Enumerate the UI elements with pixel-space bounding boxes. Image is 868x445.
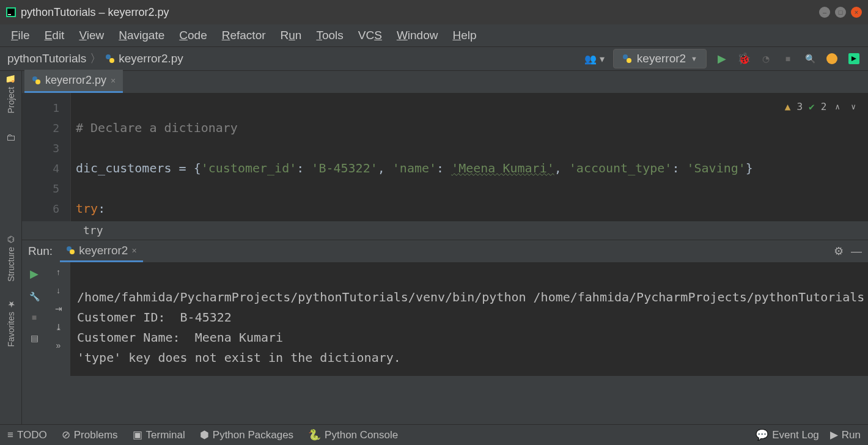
left-tool-strip: Project 📁 🗀 Structure ⌬ Favorites ★	[0, 71, 22, 424]
svg-point-9	[35, 79, 40, 84]
stop-icon[interactable]: ■	[32, 312, 37, 322]
menu-vcs[interactable]: VCS	[352, 26, 388, 45]
close-button[interactable]: ×	[851, 7, 862, 18]
users-icon[interactable]: 👥 ▾	[584, 53, 604, 65]
play-icon: ▶	[830, 428, 838, 441]
console-output[interactable]: /home/fahmida/PycharmProjects/pythonTuto…	[71, 262, 868, 376]
run-tab-keyerror2[interactable]: keyerror2 ×	[60, 241, 142, 262]
line-number: 3	[22, 138, 59, 158]
svg-point-3	[106, 54, 111, 59]
menu-window[interactable]: Window	[391, 26, 444, 45]
editor-tab-keyerror2[interactable]: keyerror2.py ×	[24, 70, 123, 93]
wrench-icon[interactable]: 🔧	[29, 292, 40, 301]
menubar: File Edit View Navigate Code Refactor Ru…	[0, 24, 868, 46]
tab-close-button[interactable]: ×	[111, 76, 116, 86]
menu-code[interactable]: Code	[173, 26, 213, 45]
code-text: dic_customers = {	[76, 161, 201, 175]
menu-file[interactable]: File	[5, 26, 36, 45]
debug-button[interactable]: 🐞	[737, 52, 751, 65]
folder-collapsed-icon[interactable]: 🗀	[6, 132, 16, 143]
menu-navigate[interactable]: Navigate	[112, 26, 171, 45]
menu-refactor[interactable]: Refactor	[216, 26, 272, 45]
breadcrumb-file[interactable]: keyerror2.py	[119, 52, 183, 65]
soft-wrap-icon[interactable]: ⇥	[55, 304, 62, 314]
minimize-button[interactable]: –	[819, 7, 830, 18]
code-pane[interactable]: # Declare a dictionary dic_customers = {…	[71, 93, 868, 221]
run-tool-button[interactable]: ▶Run	[830, 428, 861, 441]
favorites-tool-button[interactable]: Favorites ★	[6, 300, 16, 347]
run-left-toolbar: ▶ 🔧 ■ ▤	[22, 262, 46, 376]
editor-area: keyerror2.py × 1 2 3 4 5 6 # Declare a d…	[22, 71, 868, 424]
prev-highlight-button[interactable]: ∧	[833, 97, 842, 117]
code-string: 'Meena Kumari'	[451, 161, 554, 175]
code-keyword: try	[76, 201, 98, 216]
check-count: 2	[821, 97, 827, 117]
structure-tool-button[interactable]: Structure ⌬	[6, 235, 16, 282]
folder-icon: 📁	[6, 75, 16, 84]
problems-tool-button[interactable]: ⊘Problems	[62, 428, 118, 441]
code-text: ,	[554, 161, 569, 175]
code-text: ,	[378, 161, 392, 175]
inspection-badge[interactable]: ▲3 ✔2 ∧ ∨	[785, 97, 858, 117]
run-configuration-dropdown[interactable]: keyerror2 ▼	[613, 49, 707, 68]
problems-icon: ⊘	[62, 428, 70, 441]
python-console-tool-button[interactable]: 🐍Python Console	[308, 428, 398, 441]
chevron-down-icon: ▼	[691, 55, 697, 62]
rerun-button[interactable]: ▶	[30, 267, 39, 281]
search-icon[interactable]: 🔍	[803, 52, 817, 65]
line-number: 2	[22, 118, 59, 138]
project-tool-button[interactable]: Project 📁	[6, 75, 16, 114]
svg-point-5	[623, 54, 628, 59]
structure-icon: ⌬	[7, 235, 15, 245]
down-icon[interactable]: ↓	[56, 285, 61, 295]
chevron-right-icon: 〉	[90, 51, 101, 67]
line-number-gutter: 1 2 3 4 5 6	[22, 93, 71, 221]
window-title: pythonTutorials – keyerror2.py	[21, 6, 169, 19]
main-layout: Project 📁 🗀 Structure ⌬ Favorites ★ keye…	[0, 71, 868, 424]
menu-run[interactable]: Run	[274, 26, 308, 45]
update-icon[interactable]	[825, 52, 839, 65]
breadcrumb-context: try	[22, 221, 868, 240]
terminal-icon: ▣	[133, 428, 142, 441]
menu-tools[interactable]: Tools	[310, 26, 349, 45]
run-button[interactable]: ▶	[715, 52, 729, 65]
gear-icon[interactable]: ⚙	[834, 245, 844, 258]
hide-button[interactable]: —	[851, 245, 862, 258]
todo-tool-button[interactable]: ≡TODO	[7, 429, 47, 441]
packages-icon: ⬢	[200, 428, 209, 441]
line-number: 5	[22, 178, 59, 199]
code-string: 'name'	[392, 161, 436, 175]
menu-view[interactable]: View	[73, 26, 110, 45]
scroll-icon[interactable]: ⤓	[55, 322, 62, 332]
breadcrumb-root[interactable]: pythonTutorials	[7, 52, 86, 65]
code-string: 'Saving'	[687, 161, 746, 175]
editor-body[interactable]: 1 2 3 4 5 6 # Declare a dictionary dic_c…	[22, 93, 868, 221]
maximize-button[interactable]: □	[835, 7, 846, 18]
titlebar: pythonTutorials – keyerror2.py – □ ×	[0, 0, 868, 24]
run-body: ▶ 🔧 ■ ▤ ↑ ↓ ⇥ ⤓ » /home/fahmida/PycharmP…	[22, 262, 868, 376]
line-number: 4	[22, 158, 59, 178]
python-packages-tool-button[interactable]: ⬢Python Packages	[200, 428, 293, 441]
stop-button[interactable]: ■	[781, 52, 795, 65]
warning-count: 3	[796, 97, 803, 117]
up-icon[interactable]: ↑	[56, 267, 61, 277]
code-text: :	[296, 161, 311, 175]
svg-point-4	[109, 58, 114, 63]
ide-settings-icon[interactable]	[847, 52, 861, 65]
window-controls: – □ ×	[819, 7, 862, 18]
bottom-toolbar: ≡TODO ⊘Problems ▣Terminal ⬢Python Packag…	[0, 424, 868, 445]
terminal-tool-button[interactable]: ▣Terminal	[133, 428, 185, 441]
run-tab-close[interactable]: ×	[131, 246, 136, 256]
breadcrumb: pythonTutorials 〉 keyerror2.py	[7, 51, 183, 67]
menu-help[interactable]: Help	[446, 26, 482, 45]
more-icon[interactable]: »	[56, 340, 61, 350]
next-highlight-button[interactable]: ∨	[848, 97, 858, 117]
layout-icon[interactable]: ▤	[31, 333, 39, 343]
python-icon	[66, 246, 75, 255]
coverage-button[interactable]: ◔	[759, 52, 773, 65]
todo-icon: ≡	[7, 429, 13, 441]
event-log-button[interactable]: 💬Event Log	[756, 428, 819, 441]
svg-point-6	[627, 58, 631, 63]
menu-edit[interactable]: Edit	[39, 26, 71, 45]
context-label: try	[83, 224, 103, 237]
